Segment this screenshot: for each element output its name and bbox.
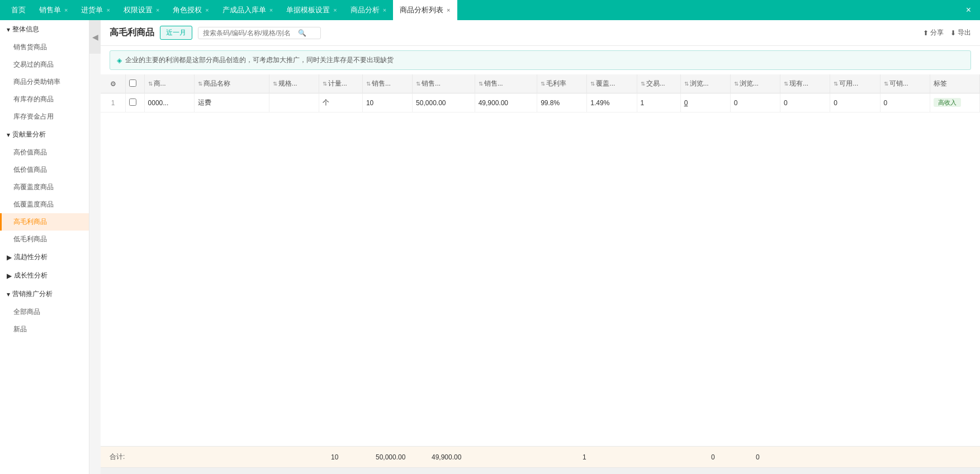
sidebar-item-category-rate[interactable]: 商品分类助销率: [0, 73, 89, 91]
close-icon[interactable]: ×: [156, 7, 159, 13]
sidebar-item-in-stock[interactable]: 有库存的商品: [0, 91, 89, 108]
notice-bar: ◈ 企业的主要的利润都是这部分商品创造的，可考虑加大推广，同时关注库存是不要出现…: [110, 50, 971, 70]
sort-icon[interactable]: ⇅: [834, 81, 838, 87]
table-row: 1 0000... 运费: [101, 93, 980, 112]
sort-icon[interactable]: ⇅: [148, 81, 153, 87]
col-unit: ⇅ 计量...: [319, 74, 362, 93]
nav-template[interactable]: 单据模板设置 ×: [280, 0, 343, 20]
footer-sales-cost: 49,900.00: [428, 453, 484, 461]
cell-gross-margin: 99.8%: [537, 93, 587, 112]
sidebar-item-high-value[interactable]: 高价值商品: [0, 144, 89, 161]
data-table-wrapper[interactable]: ⚙ ⇅ 商... ⇅: [101, 74, 980, 446]
search-icon[interactable]: 🔍: [298, 29, 306, 37]
header-actions: ⬆ 分享 ⬇ 导出: [923, 28, 971, 37]
filter-recent-month-button[interactable]: 近一月: [160, 26, 192, 40]
sidebar-item-all-goods[interactable]: 全部商品: [0, 303, 89, 321]
notice-icon: ◈: [117, 57, 122, 64]
search-box: 🔍: [198, 27, 321, 39]
sort-icon[interactable]: ⇅: [273, 81, 277, 87]
chevron-down-icon: ▾: [7, 131, 10, 139]
close-icon[interactable]: ×: [447, 7, 450, 13]
sidebar-section-growth[interactable]: ▶ 成长性分析: [0, 266, 89, 285]
footer-trade: 1: [579, 453, 618, 461]
sidebar-section-overall[interactable]: ▾ 整体信息: [0, 20, 89, 39]
sidebar-item-low-value[interactable]: 低价值商品: [0, 161, 89, 179]
sidebar-section-marketing[interactable]: ▾ 营销推广分析: [0, 285, 89, 303]
close-icon[interactable]: ×: [269, 7, 273, 13]
nav-purchase[interactable]: 进货单 ×: [74, 0, 116, 20]
col-available: ⇅ 可用...: [830, 74, 880, 93]
footer-label: 合计:: [110, 452, 154, 462]
sort-icon[interactable]: ⇅: [684, 81, 689, 87]
sidebar-item-low-coverage[interactable]: 低覆盖度商品: [0, 196, 89, 213]
sort-icon[interactable]: ⇅: [479, 81, 483, 87]
cell-name: 运费: [194, 93, 269, 112]
cell-checkbox[interactable]: [126, 93, 144, 112]
sidebar-item-new-goods[interactable]: 新品: [0, 321, 89, 338]
footer-total-bar: 合计: 10 50,000.00 49,900.00 1 0 0: [101, 446, 980, 467]
sidebar: ▾ 整体信息 销售货商品 交易过的商品 商品分类助销率 有库存的商品 库存资金占…: [0, 20, 89, 474]
footer-cells: 合计: 10 50,000.00 49,900.00 1 0 0: [110, 452, 971, 462]
sort-icon[interactable]: ⇅: [641, 81, 645, 87]
nav-permission[interactable]: 权限设置 ×: [117, 0, 166, 20]
cell-spec: [269, 93, 319, 112]
sort-icon[interactable]: ⇅: [198, 81, 202, 87]
sort-icon[interactable]: ⇅: [366, 81, 371, 87]
col-coverage: ⇅ 覆盖...: [587, 74, 637, 93]
nav-sales[interactable]: 销售单 ×: [32, 0, 74, 20]
chevron-left-icon: ◀: [92, 32, 98, 41]
nav-product-analysis-list[interactable]: 商品分析列表 ×: [393, 0, 457, 20]
sort-icon[interactable]: ⇅: [323, 81, 327, 87]
cell-trade: 1: [637, 93, 680, 112]
col-sales-qty: ⇅ 销售...: [362, 74, 412, 93]
search-input[interactable]: [203, 29, 298, 37]
footer-available: 0: [708, 453, 752, 461]
col-sales-amount: ⇅ 销售...: [413, 74, 475, 93]
cell-coverage: 1.49%: [587, 93, 637, 112]
col-spec: ⇅ 规格...: [269, 74, 319, 93]
cell-sales-amount: 50,000.00: [413, 93, 475, 112]
nav-role[interactable]: 角色授权 ×: [166, 0, 215, 20]
cell-sales-qty: 10: [362, 93, 412, 112]
sort-icon[interactable]: ⇅: [590, 81, 595, 87]
settings-icon[interactable]: ⚙: [110, 80, 116, 88]
nav-product-inbound[interactable]: 产成品入库单 ×: [216, 0, 280, 20]
sidebar-section-contribution[interactable]: ▾ 贡献量分析: [0, 125, 89, 144]
sidebar-item-low-margin[interactable]: 低毛利商品: [0, 231, 89, 248]
share-icon: ⬆: [923, 29, 929, 37]
col-current-stock: ⇅ 现有...: [780, 74, 830, 93]
sidebar-section-flow[interactable]: ▶ 流趋性分析: [0, 248, 89, 266]
row-checkbox[interactable]: [129, 98, 136, 106]
cell-browse1[interactable]: 0: [680, 93, 730, 112]
sidebar-item-traded-goods[interactable]: 交易过的商品: [0, 56, 89, 73]
cell-available: 0: [830, 93, 880, 112]
sidebar-item-high-coverage[interactable]: 高覆盖度商品: [0, 179, 89, 196]
sort-icon[interactable]: ⇅: [734, 81, 738, 87]
close-all-button[interactable]: ×: [962, 5, 976, 15]
horizontal-scrollbar[interactable]: [101, 467, 980, 474]
close-icon[interactable]: ×: [64, 7, 68, 13]
sidebar-item-sales-goods[interactable]: 销售货商品: [0, 39, 89, 56]
close-icon[interactable]: ×: [383, 7, 386, 13]
col-gross-margin: ⇅ 毛利率: [537, 74, 587, 93]
export-button[interactable]: ⬇ 导出: [950, 28, 971, 37]
nav-home[interactable]: 首页: [4, 0, 32, 20]
col-checkbox[interactable]: [126, 74, 144, 93]
notice-text: 企业的主要的利润都是这部分商品创造的，可考虑加大推广，同时关注库存是不要出现缺货: [125, 55, 394, 65]
cell-current-stock: 0: [780, 93, 830, 112]
sidebar-item-high-margin[interactable]: 高毛利商品: [0, 213, 89, 231]
chevron-down-icon: ▾: [7, 26, 10, 34]
sort-icon[interactable]: ⇅: [416, 81, 420, 87]
sidebar-collapse-button[interactable]: ◀: [89, 20, 101, 54]
close-icon[interactable]: ×: [106, 7, 110, 13]
close-icon[interactable]: ×: [205, 7, 209, 13]
select-all-checkbox[interactable]: [129, 79, 136, 87]
sidebar-item-stock-capital[interactable]: 库存资金占用: [0, 108, 89, 125]
sort-icon[interactable]: ⇅: [884, 81, 888, 87]
close-icon[interactable]: ×: [333, 7, 337, 13]
share-button[interactable]: ⬆ 分享: [923, 28, 944, 37]
sort-icon[interactable]: ⇅: [541, 81, 545, 87]
nav-product-analysis[interactable]: 商品分析 ×: [344, 0, 393, 20]
col-sales-cost: ⇅ 销售...: [475, 74, 537, 93]
sort-icon[interactable]: ⇅: [784, 81, 788, 87]
